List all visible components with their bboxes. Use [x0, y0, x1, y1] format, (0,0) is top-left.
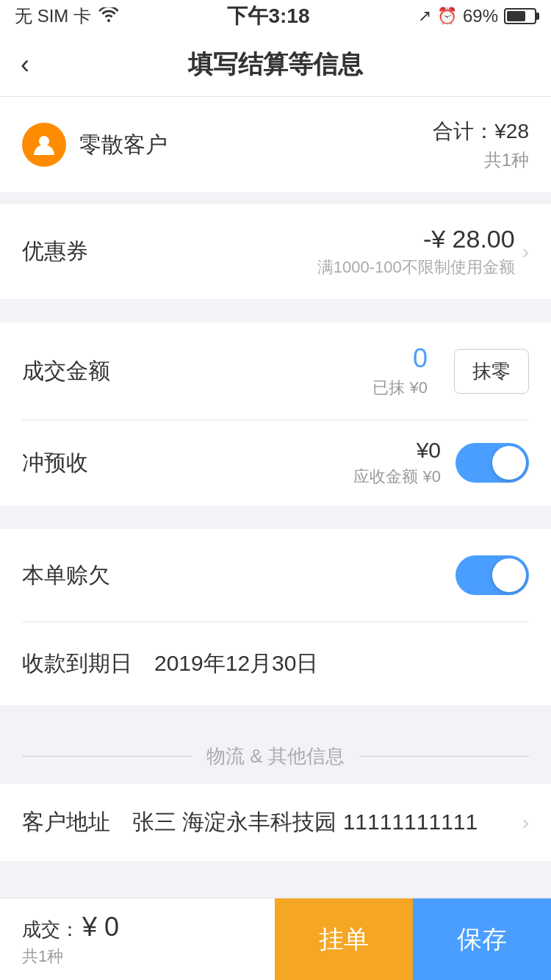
due-date-label: 收款到期日: [22, 649, 132, 679]
prereceive-right: ¥0 应收金额 ¥0: [353, 438, 529, 488]
location-icon: ↗: [418, 7, 431, 26]
customer-row: 零散客户 合计：¥28 共1种: [0, 97, 551, 192]
address-value: 张三 海淀永丰科技园 11111111111: [132, 807, 500, 837]
customer-card: 零散客户 合计：¥28 共1种: [0, 97, 551, 192]
logistics-header: 物流 & 其他信息: [0, 729, 551, 784]
section-gap-1: [0, 311, 551, 323]
total-count: 共1种: [433, 148, 529, 172]
address-left: 客户地址 张三 海淀永丰科技园 11111111111: [22, 807, 500, 837]
bottom-total-amount: ¥ 0: [82, 912, 119, 943]
customer-right: 合计：¥28 共1种: [433, 118, 529, 172]
prereceive-toggle[interactable]: [455, 443, 529, 483]
due-date-row: 收款到期日 2019年12月30日: [0, 622, 551, 705]
logistics-line-left: [22, 756, 192, 757]
wifi-icon: [98, 6, 119, 26]
coupon-amount: -¥ 28.00: [317, 225, 515, 253]
debit-card: 本单赊欠 收款到期日 2019年12月30日: [0, 529, 551, 705]
address-row[interactable]: 客户地址 张三 海淀永丰科技园 11111111111 ›: [0, 784, 551, 861]
battery-percent: 69%: [463, 6, 498, 26]
section-gap-3: [0, 717, 551, 729]
customer-name: 零散客户: [79, 130, 168, 160]
deal-amount-sub: 已抹 ¥0: [372, 377, 428, 399]
alarm-icon: ⏰: [437, 7, 457, 26]
deal-amount-label: 成交金额: [22, 356, 110, 386]
save-button[interactable]: 保存: [413, 898, 551, 981]
coupon-info: -¥ 28.00 满1000-100不限制使用金额: [317, 225, 515, 278]
coupon-desc: 满1000-100不限制使用金额: [317, 256, 515, 278]
deal-amount-value-area: 0 已抹 ¥0: [372, 343, 428, 399]
prereceive-row: 冲预收 ¥0 应收金额 ¥0: [0, 420, 551, 505]
customer-avatar: [22, 123, 66, 167]
debit-toggle[interactable]: [455, 555, 529, 595]
status-left: 无 SIM 卡: [15, 4, 119, 28]
prereceive-amount: ¥0 应收金额 ¥0: [353, 438, 441, 488]
nav-bar: ‹ 填写结算等信息: [0, 32, 551, 97]
coupon-chevron-icon: ›: [522, 240, 529, 264]
customer-left: 零散客户: [22, 123, 168, 167]
hold-button[interactable]: 挂单: [275, 898, 413, 981]
deal-amount-card: 成交金额 0 已抹 ¥0 抹零 冲预收 ¥0 应收金额 ¥0: [0, 323, 551, 505]
address-card: 客户地址 张三 海淀永丰科技园 11111111111 ›: [0, 784, 551, 861]
deal-amount-value: 0: [372, 343, 428, 374]
total-amount: 合计：¥28: [433, 118, 529, 145]
debit-row: 本单赊欠: [0, 529, 551, 621]
bottom-total-label: 成交：: [22, 917, 79, 943]
back-button[interactable]: ‹: [21, 49, 29, 80]
coupon-right: -¥ 28.00 满1000-100不限制使用金额 ›: [317, 225, 529, 278]
section-gap-2: [0, 517, 551, 529]
address-label: 客户地址: [22, 807, 110, 837]
due-date-value: 2019年12月30日: [154, 649, 318, 679]
status-time: 下午3:18: [227, 2, 309, 30]
coupon-card: 优惠券 -¥ 28.00 满1000-100不限制使用金额 ›: [0, 204, 551, 299]
address-chevron-icon: ›: [522, 811, 529, 835]
prereceive-main-amount: ¥0: [353, 438, 441, 463]
bottom-total-line: 成交： ¥ 0: [22, 912, 253, 943]
svg-point-0: [39, 136, 49, 146]
logistics-title: 物流 & 其他信息: [206, 743, 345, 769]
deal-amount-row: 成交金额 0 已抹 ¥0 抹零: [0, 323, 551, 419]
deal-amount-right: 0 已抹 ¥0 抹零: [372, 343, 529, 399]
status-bar: 无 SIM 卡 下午3:18 ↗ ⏰ 69%: [0, 0, 551, 32]
status-right: ↗ ⏰ 69%: [418, 6, 536, 26]
battery-fill: [507, 11, 525, 21]
prereceive-label: 冲预收: [22, 448, 88, 478]
bottom-count: 共1种: [22, 945, 253, 968]
bottom-summary: 成交： ¥ 0 共1种: [0, 912, 275, 968]
battery-icon: [504, 8, 536, 24]
prereceive-sub-amount: 应收金额 ¥0: [353, 466, 441, 488]
carrier-text: 无 SIM 卡: [15, 4, 91, 28]
round-zero-button[interactable]: 抹零: [454, 349, 529, 394]
page-title: 填写结算等信息: [188, 48, 363, 82]
content-area: 零散客户 合计：¥28 共1种 优惠券 -¥ 28.00 满1000-100不限…: [0, 97, 551, 980]
bottom-bar: 成交： ¥ 0 共1种 挂单 保存: [0, 898, 551, 980]
coupon-label: 优惠券: [22, 237, 88, 267]
coupon-row[interactable]: 优惠券 -¥ 28.00 满1000-100不限制使用金额 ›: [0, 204, 551, 299]
logistics-line-right: [359, 756, 529, 757]
debit-label: 本单赊欠: [22, 561, 110, 591]
